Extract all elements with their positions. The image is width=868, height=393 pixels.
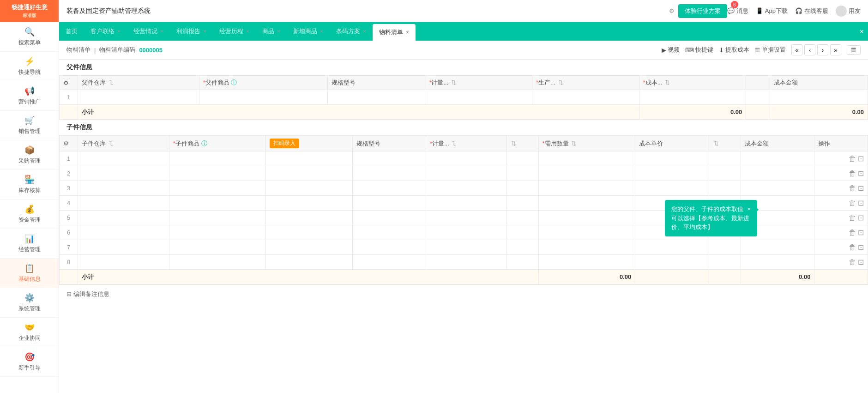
shortcut-btn[interactable]: ⌨ 快捷键 <box>685 46 713 54</box>
nav-first-btn[interactable]: « <box>791 44 802 55</box>
child-row-warehouse[interactable] <box>78 181 169 196</box>
child-row-warehouse[interactable] <box>78 225 169 240</box>
tab-customer[interactable]: 客户联络 × <box>84 22 127 41</box>
delete-row-btn[interactable]: 🗑 <box>849 243 856 252</box>
child-row-warehouse[interactable] <box>78 196 169 211</box>
sidebar-item-quicknav[interactable]: ⚡ 快捷导航 <box>0 52 59 81</box>
app-download-btn[interactable]: 📱 App下载 <box>756 7 788 15</box>
child-row-spec[interactable] <box>352 240 426 255</box>
copy-row-btn[interactable]: ⊡ <box>858 184 864 193</box>
child-row-unit[interactable] <box>426 225 506 240</box>
single-settings-btn[interactable]: ☰ 单据设置 <box>755 46 786 54</box>
cost-btn[interactable]: ⬇ 提取成本 <box>719 46 749 54</box>
nav-last-btn[interactable]: » <box>830 44 841 55</box>
parent-row-spec[interactable] <box>327 90 425 105</box>
tab-close-icon[interactable]: × <box>203 28 206 35</box>
child-row-warehouse[interactable] <box>78 151 169 166</box>
sidebar-item-purchase[interactable]: 📦 采购管理 <box>0 140 59 170</box>
sidebar-item-operations[interactable]: 📊 经营管理 <box>0 229 59 259</box>
tab-new-product[interactable]: 新增商品 × <box>287 22 330 41</box>
sidebar-item-basic[interactable]: 📋 基础信息 <box>0 259 59 288</box>
child-row-qty[interactable] <box>538 255 635 270</box>
copy-row-btn[interactable]: ⊡ <box>858 258 864 266</box>
parent-row-product[interactable] <box>199 90 327 105</box>
nav-next-btn[interactable]: › <box>817 44 828 55</box>
child-row-qty[interactable] <box>538 211 635 225</box>
child-row-spec[interactable] <box>352 225 426 240</box>
child-row-warehouse[interactable] <box>78 240 169 255</box>
child-row-price[interactable] <box>635 240 709 255</box>
child-row-spec[interactable] <box>352 196 426 211</box>
scan-btn[interactable]: 扫码录入 <box>270 139 299 148</box>
child-row-qty[interactable] <box>538 196 635 211</box>
child-row-unit[interactable] <box>426 211 506 225</box>
tab-bom[interactable]: 物料清单 × <box>373 24 416 41</box>
tab-profit[interactable]: 利润报告 × <box>170 22 213 41</box>
tab-history[interactable]: 经营历程 × <box>213 22 256 41</box>
child-row-spec[interactable] <box>352 211 426 225</box>
child-row-unit[interactable] <box>426 255 506 270</box>
delete-row-btn[interactable]: 🗑 <box>849 199 856 207</box>
child-row-unit[interactable] <box>426 240 506 255</box>
tooltip-close-btn[interactable]: × <box>747 205 751 214</box>
child-row-warehouse[interactable] <box>78 166 169 181</box>
child-row-product[interactable] <box>169 240 266 255</box>
nav-prev-btn[interactable]: ‹ <box>804 44 815 55</box>
copy-row-btn[interactable]: ⊡ <box>858 154 864 163</box>
tab-close-icon[interactable]: × <box>117 28 121 35</box>
copy-row-btn[interactable]: ⊡ <box>858 169 864 178</box>
child-row-warehouse[interactable] <box>78 211 169 225</box>
delete-row-btn[interactable]: 🗑 <box>849 213 856 222</box>
child-row-qty[interactable] <box>538 240 635 255</box>
child-row-price[interactable] <box>635 166 709 181</box>
tab-products[interactable]: 商品 × <box>256 22 287 41</box>
child-row-product[interactable] <box>169 211 266 225</box>
delete-row-btn[interactable]: 🗑 <box>849 154 856 163</box>
child-row-qty[interactable] <box>538 225 635 240</box>
copy-row-btn[interactable]: ⊡ <box>858 199 864 207</box>
child-col-settings[interactable]: ⚙ <box>60 136 78 151</box>
child-row-spec[interactable] <box>352 151 426 166</box>
menu-btn[interactable]: ☰ <box>847 45 861 55</box>
copy-row-btn[interactable]: ⊡ <box>858 243 864 252</box>
tab-close-icon[interactable]: × <box>406 29 409 36</box>
tab-close-icon[interactable]: × <box>363 28 366 35</box>
sidebar-item-finance[interactable]: 💰 资金管理 <box>0 200 59 229</box>
close-all-btn[interactable]: ✕ <box>859 28 868 35</box>
child-row-price[interactable] <box>635 255 709 270</box>
tab-close-icon[interactable]: × <box>246 28 249 35</box>
child-row-product[interactable] <box>169 196 266 211</box>
child-row-spec[interactable] <box>352 255 426 270</box>
child-row-product[interactable] <box>169 181 266 196</box>
notes-btn[interactable]: ⊞ 编辑备注信息 <box>66 290 109 298</box>
delete-row-btn[interactable]: 🗑 <box>849 184 856 193</box>
tab-barcode[interactable]: 条码方案 × <box>330 22 373 41</box>
child-row-warehouse[interactable] <box>78 255 169 270</box>
child-row-product[interactable] <box>169 225 266 240</box>
child-row-price[interactable] <box>635 181 709 196</box>
child-row-unit[interactable] <box>426 151 506 166</box>
delete-row-btn[interactable]: 🗑 <box>849 169 856 178</box>
sidebar-item-collab[interactable]: 🤝 企业协同 <box>0 318 59 347</box>
user-btn[interactable]: 用友 <box>836 6 861 17</box>
child-row-unit[interactable] <box>426 181 506 196</box>
message-btn[interactable]: 💬 6 消息 <box>727 7 748 15</box>
parent-col-settings[interactable]: ⚙ <box>60 76 78 90</box>
tab-close-icon[interactable]: × <box>160 28 163 35</box>
child-row-product[interactable] <box>169 255 266 270</box>
tab-operations[interactable]: 经营情况 × <box>127 22 170 41</box>
child-row-spec[interactable] <box>352 181 426 196</box>
parent-row-cost[interactable] <box>639 90 746 105</box>
child-row-spec[interactable] <box>352 166 426 181</box>
child-row-product[interactable] <box>169 166 266 181</box>
online-service-btn[interactable]: 🎧 在线客服 <box>795 7 828 15</box>
trial-btn[interactable]: 体验行业方案 <box>678 4 727 18</box>
tab-close-icon[interactable]: × <box>277 28 280 35</box>
child-row-qty[interactable] <box>538 166 635 181</box>
view-btn[interactable]: ▶ 视频 <box>662 46 680 54</box>
sidebar-item-marketing[interactable]: 📢 营销推广 <box>0 81 59 111</box>
child-row-qty[interactable] <box>538 181 635 196</box>
parent-row-unit[interactable] <box>425 90 532 105</box>
sidebar-item-search[interactable]: 🔍 搜索菜单 <box>0 22 59 52</box>
settings-icon[interactable]: ⚙ <box>669 7 675 14</box>
